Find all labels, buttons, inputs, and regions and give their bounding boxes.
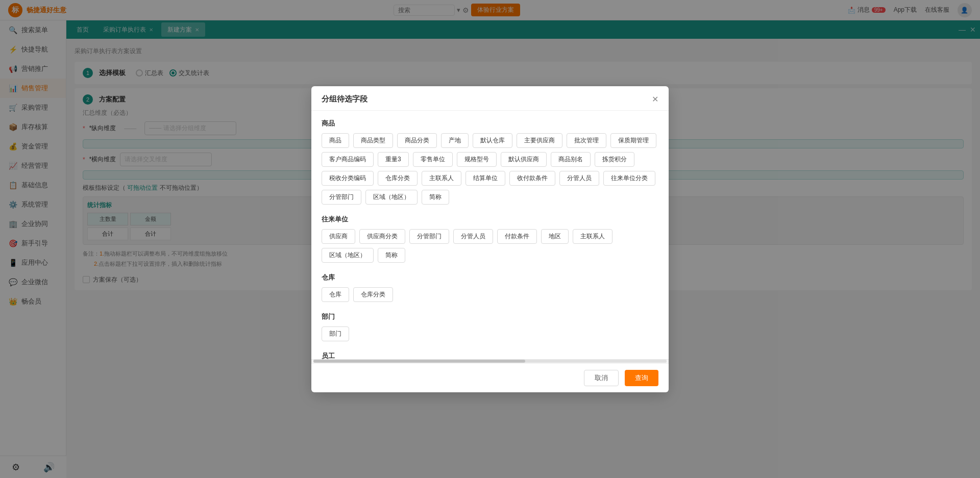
field-tag[interactable]: 供应商 xyxy=(322,229,355,244)
field-group-employee: 员工 业务员 xyxy=(322,351,658,360)
modal-close-icon[interactable]: ✕ xyxy=(652,94,658,104)
field-group-counterpart: 往来单位 供应商 供应商分类 分管部门 分管人员 付款条件 地区 主联系人 区域… xyxy=(322,215,658,263)
field-tag[interactable]: 规格型号 xyxy=(457,152,497,167)
field-tag[interactable]: 区域（地区） xyxy=(365,190,418,205)
field-tag[interactable]: 保质期管理 xyxy=(610,133,656,148)
field-group-department: 部门 部门 xyxy=(322,312,658,341)
field-tag[interactable]: 分管人员 xyxy=(559,171,599,186)
field-group-warehouse: 仓库 仓库 仓库分类 xyxy=(322,273,658,302)
field-tag[interactable]: 零售单位 xyxy=(413,152,453,167)
field-tag[interactable]: 往来单位分类 xyxy=(603,171,655,186)
modal-overlay: 分组待选字段 ✕ 商品 商品 商品类型 商品分类 产地 默认仓库 主要供应商 批… xyxy=(0,0,980,478)
modal-dialog: 分组待选字段 ✕ 商品 商品 商品类型 商品分类 产地 默认仓库 主要供应商 批… xyxy=(311,86,669,392)
scrollbar-thumb[interactable] xyxy=(313,360,525,363)
field-tag[interactable]: 客户商品编码 xyxy=(322,152,374,167)
field-tag[interactable]: 商品分类 xyxy=(397,133,437,148)
field-tag[interactable]: 产地 xyxy=(441,133,469,148)
field-tag[interactable]: 主要供应商 xyxy=(517,133,562,148)
field-group-warehouse-title: 仓库 xyxy=(322,273,658,282)
field-tag[interactable]: 商品别名 xyxy=(551,152,591,167)
modal-body: 商品 商品 商品类型 商品分类 产地 默认仓库 主要供应商 批次管理 保质期管理… xyxy=(311,111,669,360)
field-group-employee-title: 员工 xyxy=(322,351,658,360)
field-tags-product: 商品 商品类型 商品分类 产地 默认仓库 主要供应商 批次管理 保质期管理 客户… xyxy=(322,133,658,205)
field-tag[interactable]: 仓库 xyxy=(322,287,349,302)
field-tags-counterpart: 供应商 供应商分类 分管部门 分管人员 付款条件 地区 主联系人 区域（地区） … xyxy=(322,229,658,263)
cancel-button[interactable]: 取消 xyxy=(584,370,619,386)
field-tag[interactable]: 部门 xyxy=(322,326,349,341)
field-group-counterpart-title: 往来单位 xyxy=(322,215,658,224)
field-tag[interactable]: 收付款条件 xyxy=(509,171,555,186)
modal-header: 分组待选字段 ✕ xyxy=(311,86,669,111)
field-tag[interactable]: 仓库分类 xyxy=(378,171,418,186)
field-tag[interactable]: 主联系人 xyxy=(573,229,612,244)
modal-title: 分组待选字段 xyxy=(322,94,368,104)
field-tag[interactable]: 简称 xyxy=(378,248,405,263)
field-tag[interactable]: 默认供应商 xyxy=(501,152,547,167)
modal-footer: 取消 查询 xyxy=(311,363,669,392)
field-tag[interactable]: 地区 xyxy=(541,229,569,244)
field-tag[interactable]: 结算单位 xyxy=(465,171,505,186)
field-tag[interactable]: 税收分类编码 xyxy=(322,171,374,186)
field-tag[interactable]: 重量3 xyxy=(378,152,409,167)
field-tag[interactable]: 商品类型 xyxy=(353,133,393,148)
field-tag[interactable]: 拣货积分 xyxy=(595,152,634,167)
field-tag[interactable]: 付款条件 xyxy=(497,229,537,244)
field-tags-warehouse: 仓库 仓库分类 xyxy=(322,287,658,302)
field-tag[interactable]: 供应商分类 xyxy=(359,229,405,244)
field-tags-department: 部门 xyxy=(322,326,658,341)
field-group-product-title: 商品 xyxy=(322,119,658,128)
field-tag[interactable]: 商品 xyxy=(322,133,349,148)
field-tag[interactable]: 仓库分类 xyxy=(353,287,393,302)
field-tag[interactable]: 简称 xyxy=(422,190,449,205)
field-tag[interactable]: 批次管理 xyxy=(567,133,606,148)
field-tag[interactable]: 主联系人 xyxy=(422,171,461,186)
field-tag[interactable]: 分管部门 xyxy=(322,190,361,205)
field-group-department-title: 部门 xyxy=(322,312,658,321)
confirm-button[interactable]: 查询 xyxy=(625,370,658,386)
field-tag[interactable]: 默认仓库 xyxy=(473,133,512,148)
field-group-product: 商品 商品 商品类型 商品分类 产地 默认仓库 主要供应商 批次管理 保质期管理… xyxy=(322,119,658,205)
field-tag[interactable]: 分管人员 xyxy=(453,229,493,244)
field-tag[interactable]: 区域（地区） xyxy=(322,248,374,263)
scrollbar-track xyxy=(313,360,667,363)
field-tag[interactable]: 分管部门 xyxy=(409,229,449,244)
modal-horizontal-scrollbar[interactable] xyxy=(311,359,669,363)
